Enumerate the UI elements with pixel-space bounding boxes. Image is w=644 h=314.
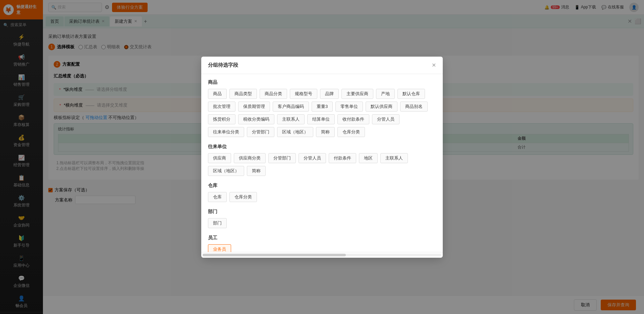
field-tag-settlement-unit[interactable]: 结算单位 (307, 114, 335, 124)
field-tag-customer-code[interactable]: 客户商品编码 (273, 102, 309, 112)
field-tag-origin[interactable]: 产地 (376, 89, 395, 99)
field-tag-dept[interactable]: 分管部门 (247, 127, 274, 137)
field-tag-salesperson[interactable]: 业务员 (208, 244, 231, 252)
field-tag-warehouse-cat[interactable]: 仓库分类 (229, 192, 257, 202)
field-tag-payment-cond[interactable]: 付款条件 (329, 153, 356, 163)
field-tag-short-name[interactable]: 简称 (316, 127, 335, 137)
field-tag-tax-category[interactable]: 税收分类编码 (238, 114, 274, 124)
field-tags-warehouse: 仓库仓库分类 (208, 192, 436, 202)
field-tags-department: 部门 (208, 218, 436, 228)
field-tag-expiry-mgmt[interactable]: 保质期管理 (238, 102, 270, 112)
hscrollbar-track[interactable] (203, 254, 441, 256)
field-tag-pickup-points[interactable]: 拣货积分 (208, 114, 235, 124)
field-tag-goods-name[interactable]: 商品 (208, 89, 227, 99)
field-tag-brand[interactable]: 品牌 (320, 89, 339, 99)
field-tag-goods-category[interactable]: 商品分类 (260, 89, 287, 99)
field-tag-short-name-partner[interactable]: 简称 (247, 166, 266, 176)
modal-title: 分组待选字段 (208, 62, 238, 68)
field-tag-warehouse-name[interactable]: 仓库 (208, 192, 227, 202)
field-tag-main-supplier[interactable]: 主要供应商 (341, 89, 373, 99)
field-group-title-goods: 商品 (208, 79, 436, 85)
field-tag-payment-terms[interactable]: 收付款条件 (337, 114, 369, 124)
field-group-partner: 往来单位供应商供应商分类分管部门分管人员付款条件地区主联系人区域（地区）简称 (208, 144, 436, 176)
modal-close-icon[interactable]: ✕ (432, 62, 436, 68)
field-group-warehouse: 仓库仓库仓库分类 (208, 183, 436, 202)
modal-header: 分组待选字段 ✕ (201, 57, 443, 74)
field-tags-employee: 业务员 (208, 244, 436, 252)
field-tag-dept-staff[interactable]: 分管人员 (299, 153, 326, 163)
field-group-department: 部门部门 (208, 209, 436, 228)
field-group-goods: 商品商品商品类型商品分类规格型号品牌主要供应商产地默认仓库批次管理保质期管理客户… (208, 79, 436, 137)
field-tag-alias[interactable]: 商品别名 (400, 102, 428, 112)
field-group-title-partner: 往来单位 (208, 144, 436, 150)
modal-body[interactable]: 商品商品商品类型商品分类规格型号品牌主要供应商产地默认仓库批次管理保质期管理客户… (201, 74, 443, 252)
field-tag-default-warehouse[interactable]: 默认仓库 (397, 89, 425, 99)
modal-footer-scroll (201, 252, 443, 258)
modal-dialog: 分组待选字段 ✕ 商品商品商品类型商品分类规格型号品牌主要供应商产地默认仓库批次… (201, 57, 443, 258)
field-tag-batch-mgmt[interactable]: 批次管理 (208, 102, 235, 112)
field-tag-dept-name[interactable]: 部门 (208, 218, 227, 228)
field-tag-goods-type[interactable]: 商品类型 (229, 89, 257, 99)
field-tag-region-goods[interactable]: 区域（地区） (277, 127, 313, 137)
field-tag-region-partner2[interactable]: 区域（地区） (208, 166, 244, 176)
field-tag-default-supplier[interactable]: 默认供应商 (366, 102, 397, 112)
field-tag-weight3[interactable]: 重量3 (312, 102, 333, 112)
field-tag-warehouse-category[interactable]: 仓库分类 (337, 127, 365, 137)
field-group-title-warehouse: 仓库 (208, 183, 436, 189)
field-tag-region-partner[interactable]: 地区 (359, 153, 378, 163)
field-tags-goods: 商品商品类型商品分类规格型号品牌主要供应商产地默认仓库批次管理保质期管理客户商品… (208, 89, 436, 137)
field-tag-supplier[interactable]: 供应商 (208, 153, 231, 163)
field-group-title-employee: 员工 (208, 235, 436, 241)
field-tag-source-unit-category[interactable]: 往来单位分类 (208, 127, 244, 137)
field-tag-main-contact[interactable]: 主联系人 (277, 114, 305, 124)
field-group-employee: 员工业务员 (208, 235, 436, 252)
hscrollbar-thumb (203, 254, 346, 256)
field-tag-spec-type[interactable]: 规格型号 (290, 89, 317, 99)
field-tag-main-contact-partner[interactable]: 主联系人 (380, 153, 408, 163)
field-tag-manager[interactable]: 分管人员 (372, 114, 399, 124)
field-tags-partner: 供应商供应商分类分管部门分管人员付款条件地区主联系人区域（地区）简称 (208, 153, 436, 176)
field-tag-dept-partner[interactable]: 分管部门 (268, 153, 296, 163)
field-tag-supplier-category[interactable]: 供应商分类 (234, 153, 266, 163)
field-group-title-department: 部门 (208, 209, 436, 215)
field-tag-retail-unit[interactable]: 零售单位 (335, 102, 363, 112)
